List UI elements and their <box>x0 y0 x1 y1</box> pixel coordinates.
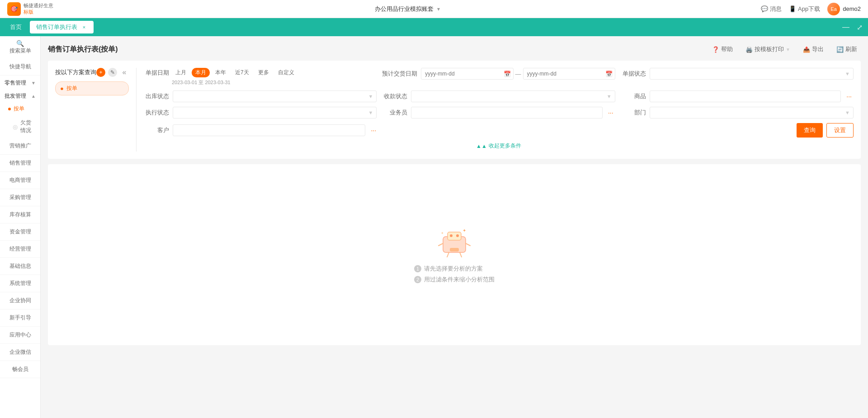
sidebar-item-sales-mgmt[interactable]: 销售管理 <box>0 155 40 172</box>
dept-select[interactable] <box>650 107 854 119</box>
sidebar-item-wechat[interactable]: 企业微信 <box>0 344 40 361</box>
scheme-item-按单[interactable]: ● 按单 <box>55 81 129 95</box>
sidebar-item-corp[interactable]: 企业协同 <box>0 292 40 309</box>
svg-line-6 <box>466 243 470 246</box>
ecom-label: 电商管理 <box>3 176 38 184</box>
quick-nav-label: 快捷导航 <box>3 63 38 71</box>
customer-input[interactable] <box>173 124 365 136</box>
sidebar-item-apps[interactable]: 应用中心 <box>0 327 40 344</box>
doc-status-select[interactable] <box>650 68 854 80</box>
doc-status-label: 单据状态 <box>621 70 646 78</box>
sidebar-item-marketing[interactable]: 营销推广 <box>0 138 40 155</box>
export-button[interactable]: 📤 导出 <box>799 43 827 55</box>
sidebar-item-ecom[interactable]: 电商管理 <box>0 172 40 189</box>
sidebar-item-wholesale[interactable]: 批发管理 ▲ <box>0 89 40 102</box>
salesman-ellipsis-icon[interactable]: ··· <box>606 109 615 116</box>
expect-date-range: 📅 — 📅 <box>421 68 615 80</box>
member-label: 畅会员 <box>3 366 38 373</box>
empty-tip-2: 2 用过滤条件来缩小分析范围 <box>414 276 495 284</box>
logo-icon: 🎯 <box>7 2 21 16</box>
help-button[interactable]: ❓ 帮助 <box>708 43 736 55</box>
exec-select[interactable] <box>173 107 377 119</box>
sidebar-item-retail[interactable]: 零售管理 ▼ <box>0 76 40 89</box>
expect-date-to-input[interactable] <box>523 68 615 80</box>
sidebar-item-ops[interactable]: 经营管理 <box>0 241 40 258</box>
sidebar-item-basic[interactable]: 基础信息 <box>0 258 40 275</box>
tab-sales-order-exec-label: 销售订单执行表 <box>36 23 77 31</box>
svg-text:✦: ✦ <box>462 228 466 233</box>
payment-select[interactable] <box>411 90 615 102</box>
sidebar-item-member[interactable]: 畅会员 <box>0 361 40 378</box>
message-icon: 💬 <box>761 5 768 12</box>
app-download-label: App下载 <box>798 5 820 13</box>
sidebar-item-quick-nav[interactable]: 快捷导航 <box>0 58 40 76</box>
sidebar-item-inventory[interactable]: 库存核算 <box>0 206 40 223</box>
filter-dept-field: 部门 ▼ <box>621 107 854 119</box>
goods-input[interactable] <box>650 90 841 102</box>
collapse-up-icon: ▲▲ <box>476 143 487 149</box>
user-name: demo2 <box>843 5 861 12</box>
customer-ellipsis-icon[interactable]: ··· <box>369 127 378 134</box>
delivery-select[interactable] <box>173 90 377 102</box>
wholesale-label: 批发管理 <box>5 92 26 100</box>
dept-select-wrap: ▼ <box>650 107 854 119</box>
user-profile[interactable]: Ea demo2 <box>827 3 861 15</box>
sidebar-item-purchase[interactable]: 采购管理 <box>0 189 40 206</box>
goods-ellipsis-icon[interactable]: ··· <box>844 93 854 100</box>
scheme-collapse-button[interactable]: « <box>120 68 129 77</box>
sidebar-search[interactable]: 🔍 搜索菜单 <box>0 36 40 58</box>
tab-close-icon[interactable]: × <box>81 24 87 30</box>
sidebar-sub-item-欠货情况[interactable]: ◎ 欠货情况 <box>0 116 40 138</box>
date-btn-last-month[interactable]: 上月 <box>172 68 190 77</box>
message-action[interactable]: 💬 消息 <box>761 5 782 13</box>
tab-minimize-icon[interactable]: — <box>840 21 851 33</box>
expect-date-from-input[interactable] <box>421 68 513 80</box>
delivery-select-wrap: ▼ <box>173 90 377 102</box>
svg-rect-1 <box>448 232 461 240</box>
date-btn-more[interactable]: 更多 <box>255 68 273 77</box>
payment-label: 收款状态 <box>382 92 407 100</box>
date-btn-this-year[interactable]: 本年 <box>212 68 230 77</box>
breadcrumb-arrow-icon[interactable]: ▾ <box>437 6 440 12</box>
logo-text-block: 畅捷通好生意 标版 <box>24 2 53 15</box>
search-label: 搜索菜单 <box>3 47 38 55</box>
sidebar-item-system[interactable]: 系统管理 <box>0 275 40 292</box>
sub-item-欠货情况-icon: ◎ <box>13 124 18 130</box>
collapse-button[interactable]: ▲▲ 收起更多条件 <box>144 142 854 150</box>
date-label: 单据日期 <box>144 69 169 77</box>
tab-home[interactable]: 首页 <box>4 21 28 33</box>
system-label: 系统管理 <box>3 280 38 287</box>
scheme-add-button[interactable]: + <box>96 68 105 77</box>
expect-date-from-icon: 📅 <box>504 71 511 77</box>
sidebar-sub-item-按单[interactable]: 按单 <box>0 102 40 116</box>
filter-salesman-field: 业务员 ··· <box>382 107 615 119</box>
empty-state-icon: ✦ ✦ <box>436 223 472 259</box>
scheme-item-icon: ● <box>60 85 64 92</box>
date-btn-last7[interactable]: 近7天 <box>231 68 253 77</box>
customer-label: 客户 <box>144 126 169 134</box>
salesman-input[interactable] <box>411 107 603 119</box>
page-header: 销售订单执行表(按单) ❓ 帮助 🖨️ 按模板打印 ▼ 📤 导出 🔄 刷新 <box>48 43 861 55</box>
basic-label: 基础信息 <box>3 262 38 270</box>
settings-button[interactable]: 设置 <box>826 123 854 138</box>
tab-maximize-icon[interactable]: ⤢ <box>855 21 864 33</box>
sidebar-item-newguide[interactable]: 新手引导 <box>0 309 40 327</box>
logo-text-line2: 标版 <box>24 9 53 15</box>
query-button[interactable]: 查询 <box>797 123 823 138</box>
empty-state: ✦ ✦ 1 请先选择要分析的方案 2 用过滤条件来缩小分析范围 <box>414 223 495 286</box>
sidebar-item-finance[interactable]: 资金管理 <box>0 223 40 241</box>
tip-text-1: 请先选择要分析的方案 <box>424 265 483 273</box>
dept-label: 部门 <box>621 109 646 117</box>
refresh-button[interactable]: 🔄 刷新 <box>833 43 861 55</box>
date-btn-this-month[interactable]: 本月 <box>192 68 210 77</box>
result-area: ✦ ✦ 1 请先选择要分析的方案 2 用过滤条件来缩小分析范围 <box>48 164 861 345</box>
app-download-action[interactable]: 📱 App下载 <box>789 5 820 13</box>
date-btn-custom[interactable]: 自定义 <box>274 68 298 77</box>
scheme-edit-button[interactable]: ✎ <box>108 68 117 77</box>
goods-label: 商品 <box>621 92 646 100</box>
print-button[interactable]: 🖨️ 按模板打印 ▼ <box>742 43 794 55</box>
print-label: 按模板打印 <box>755 45 784 53</box>
tab-sales-order-exec[interactable]: 销售订单执行表 × <box>30 21 94 33</box>
print-icon: 🖨️ <box>745 46 753 53</box>
sales-mgmt-label: 销售管理 <box>3 159 38 167</box>
